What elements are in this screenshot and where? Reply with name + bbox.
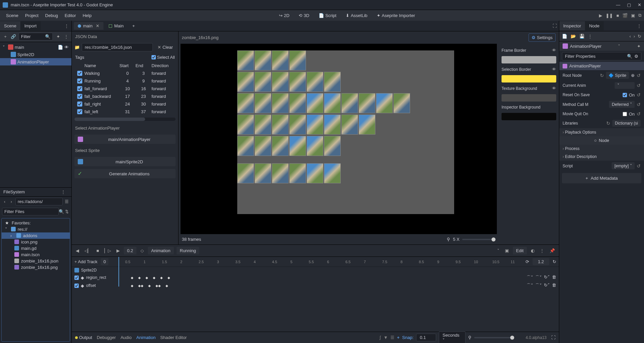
- save-resource-icon[interactable]: 💾: [579, 34, 585, 39]
- tag-row-fallforward[interactable]: fall_forward1016forward: [73, 85, 177, 93]
- fs-path-input[interactable]: res://addons/: [15, 198, 63, 205]
- revert-icon[interactable]: ↺: [637, 102, 641, 107]
- timeline-zoom-slider[interactable]: [474, 337, 514, 338]
- texture-bg-color[interactable]: [502, 94, 556, 102]
- tree-node-sprite2d[interactable]: Sprite2D: [0, 51, 71, 58]
- menu-project[interactable]: Project: [22, 13, 42, 18]
- node-type-selector[interactable]: AnimationPlayer ˅ ✦: [559, 41, 644, 51]
- loop-mode-icon[interactable]: ↻: [553, 259, 556, 264]
- animation-dropdown-label[interactable]: Animation: [148, 247, 174, 254]
- fs-item-maintscn[interactable]: main.tscn: [2, 251, 70, 258]
- playhead[interactable]: [118, 257, 119, 287]
- new-tab-button[interactable]: +: [129, 23, 138, 28]
- onion-icon[interactable]: ◐: [530, 248, 536, 253]
- animation-tab[interactable]: Animation: [136, 335, 155, 340]
- fs-back-button[interactable]: ‹: [2, 199, 7, 204]
- edit-button[interactable]: Edit: [513, 247, 527, 254]
- anim-dropdown-arrow[interactable]: ˅: [496, 248, 501, 253]
- wrap-icon[interactable]: ⌒˅: [535, 283, 542, 289]
- output-tab[interactable]: Output: [75, 335, 92, 340]
- load-resource-icon[interactable]: 📂: [571, 34, 576, 39]
- script-icon[interactable]: 📄: [58, 45, 63, 50]
- delete-track-icon[interactable]: 🗑: [552, 275, 556, 281]
- tag-row-fallleft[interactable]: fall_left3137forward: [73, 108, 177, 116]
- anim-next-button[interactable]: ▏▷: [103, 248, 112, 253]
- scene-tool-1[interactable]: ✦: [55, 34, 61, 39]
- json-file-path[interactable]: res://zombie_16x16.json: [82, 43, 153, 51]
- menu-scene[interactable]: Scene: [3, 13, 22, 18]
- libraries-value[interactable]: Dictionary (si: [612, 120, 641, 127]
- viewmode-2d[interactable]: ↪2D: [276, 12, 293, 19]
- eye-icon[interactable]: 👁: [552, 48, 556, 53]
- folder-icon[interactable]: 📁: [74, 45, 80, 50]
- revert-icon[interactable]: ↺: [637, 111, 641, 117]
- generate-animations-button[interactable]: ✓ Generate Animations: [74, 169, 176, 178]
- anim-stop-button[interactable]: ■: [95, 248, 100, 253]
- fs-item-res[interactable]: ˅res://: [2, 226, 70, 232]
- inspector-bg-color[interactable]: [502, 113, 556, 120]
- root-node-value[interactable]: 🔷 Sprite: [606, 72, 629, 79]
- eye-icon[interactable]: 👁: [552, 67, 556, 72]
- viewmode-assetlib[interactable]: ⬇AssetLib: [342, 12, 371, 19]
- reload-icon[interactable]: ↻: [606, 121, 610, 126]
- play-button[interactable]: ▶: [599, 13, 602, 18]
- fs-favorites[interactable]: ★Favorites:: [2, 220, 70, 226]
- add-metadata-button[interactable]: +Add Metadata: [562, 173, 641, 183]
- minimize-button[interactable]: —: [616, 2, 620, 7]
- add-node-button[interactable]: +: [3, 34, 8, 39]
- search-icon[interactable]: 🔍: [59, 209, 64, 214]
- tree-node-main[interactable]: ˅main 📄👁: [0, 43, 71, 51]
- fs-sort-button[interactable]: ⇅: [64, 209, 69, 214]
- revert-icon[interactable]: ↺: [637, 163, 641, 169]
- stop-button[interactable]: ■: [616, 13, 619, 18]
- play-scene-button[interactable]: 🎬: [622, 13, 628, 18]
- reset-on-save-checkbox[interactable]: [623, 93, 627, 97]
- extra-icon[interactable]: ✦: [637, 44, 641, 49]
- tree-node-animationplayer[interactable]: AnimationPlayer: [0, 58, 71, 65]
- pin-icon[interactable]: 📌: [548, 248, 556, 253]
- viewmode-aseprite[interactable]: ✦Aseprite Importer: [373, 12, 418, 19]
- revert-icon[interactable]: ↺: [637, 92, 641, 98]
- bezier-icon[interactable]: ∫: [380, 335, 381, 340]
- nav-forward-icon[interactable]: ›: [634, 34, 635, 39]
- menu-editor[interactable]: Editor: [61, 13, 79, 18]
- current-animation-name[interactable]: Running: [177, 247, 199, 254]
- current-anim-dropdown[interactable]: ˅: [615, 82, 635, 89]
- viewmode-script[interactable]: 📄Script: [315, 12, 340, 19]
- track-offset[interactable]: ◆ offset ◆◆◆◆◆◆◆ ⌒˅⌒˅↻˅🗑: [72, 282, 559, 290]
- zoom-reset-icon[interactable]: ⚲: [447, 237, 450, 242]
- select-sprite-button[interactable]: main/Sprite2D: [74, 157, 176, 166]
- pause-button[interactable]: ❚❚: [606, 13, 613, 18]
- anim-prev-button[interactable]: ◁▏: [83, 248, 92, 253]
- tab-import[interactable]: Import: [20, 21, 41, 30]
- snap-unit-dropdown[interactable]: Seconds ˅: [439, 331, 465, 343]
- track-sprite2d[interactable]: Sprite2D: [72, 267, 559, 274]
- fs-item-zombiepng[interactable]: zombie_16x16.png: [2, 264, 70, 271]
- filesystem-menu[interactable]: ⋮: [58, 189, 68, 194]
- expand-bottom-icon[interactable]: ⛶: [551, 335, 556, 340]
- debugger-tab[interactable]: Debugger: [97, 335, 116, 340]
- visibility-icon[interactable]: 👁: [64, 45, 69, 50]
- anim-time-input[interactable]: 0.2: [124, 247, 136, 254]
- editor-description-section[interactable]: Editor Description: [559, 153, 644, 161]
- fs-view-toggle[interactable]: ☰: [64, 199, 69, 204]
- anim-first-button[interactable]: ◀: [74, 248, 80, 253]
- script-value[interactable]: [empty] ˅: [612, 162, 635, 169]
- movie-quit-checkbox[interactable]: [623, 112, 627, 116]
- viewmode-3d[interactable]: ⟲3D: [295, 12, 313, 19]
- wrap-icon[interactable]: ⌒˅: [535, 275, 542, 281]
- fs-item-addons[interactable]: ›addons: [2, 232, 70, 239]
- revert-icon[interactable]: ↺: [637, 83, 641, 88]
- audio-tab[interactable]: Audio: [120, 335, 131, 340]
- assign-icon[interactable]: ⊕: [631, 73, 635, 78]
- play-custom-button[interactable]: ▣: [631, 13, 635, 18]
- process-section[interactable]: Process: [559, 145, 644, 153]
- reset-icon[interactable]: ↻: [600, 73, 604, 78]
- history-icon[interactable]: ⋮: [588, 34, 592, 39]
- render-button[interactable]: ⧉: [638, 13, 641, 18]
- preview-canvas[interactable]: [181, 44, 497, 234]
- time-stepper[interactable]: ◇: [139, 248, 145, 253]
- shader-editor-tab[interactable]: Shader Editor: [160, 335, 187, 340]
- revert-icon[interactable]: ↺: [637, 73, 641, 78]
- anim-menu[interactable]: ⋮: [539, 248, 546, 253]
